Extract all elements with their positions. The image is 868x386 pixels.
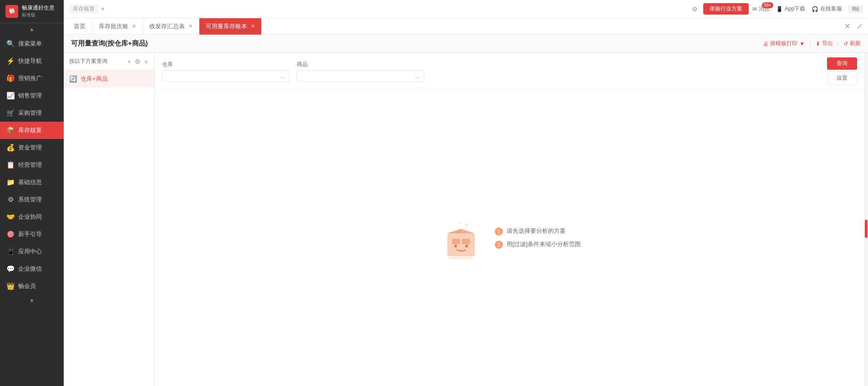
scheme-item-warehouse-goods[interactable]: 🔄 仓库+商品 [64,70,154,87]
tab-available[interactable]: 可用量库存账本 ✕ [199,18,262,35]
tab-summary-label: 收发存汇总表 [149,22,185,31]
shortcut-icon: ⚡ [6,57,15,65]
tab-summary-close-icon[interactable]: ✕ [188,23,193,29]
breadcrumb-arrow-icon: ▼ [100,6,106,12]
system-icon: ⚙ [6,196,15,204]
sidebar-item-guide[interactable]: 🎯 新手引导 [0,226,64,243]
message-badge: 99+ [762,2,773,8]
brand-text: 畅康通好生意 标准版 [22,5,55,18]
sidebar-item-member[interactable]: 👑 畅会员 [0,278,64,295]
query-button[interactable]: 查询 [827,57,857,70]
print-template-button[interactable]: 🖨 按模板打印 ▼ [763,40,805,47]
tab-available-close-icon[interactable]: ✕ [251,23,255,29]
sidebar-item-label: 企业微信 [18,265,42,273]
trial-industry-button[interactable]: 体验行业方案 [703,3,749,15]
member-icon: 👑 [6,282,15,290]
goods-label: 商品 [297,61,424,68]
sidebar-item-basic[interactable]: 📁 基础信息 [0,174,64,191]
settings-button[interactable]: 设置 [827,72,857,85]
goods-more-icon[interactable]: ... [411,71,424,81]
export-icon: ⬇ [816,41,820,47]
topbar-gear-icon[interactable]: ⚙ [690,5,700,14]
message-icon: ✉ [752,6,757,12]
app-download-button[interactable]: 📱 App下载 [776,5,805,13]
sidebar-item-operation[interactable]: 📋 经营管理 [0,156,64,174]
svg-point-5 [447,256,475,260]
tab-home[interactable]: 首页 [67,18,92,35]
operation-icon: 📋 [6,161,15,169]
sales-icon: 📈 [6,92,15,100]
wechat-icon: 💬 [6,265,15,273]
enterprise-icon: 🤝 [6,213,15,221]
empty-box-svg: ? ~ [438,215,484,261]
sidebar-item-label: 快捷导航 [18,57,42,65]
user-info[interactable]: Rit [848,5,863,13]
sidebar-item-shortcut[interactable]: ⚡ 快捷导航 [0,52,64,70]
sidebar-item-marketing[interactable]: 🎁 营销推广 [0,70,64,87]
sidebar-item-label: 畅会员 [18,282,36,290]
tip-num-2: 2 [495,241,503,249]
svg-point-4 [465,245,468,247]
sidebar-item-appstore[interactable]: 📱 应用中心 [0,243,64,260]
brand-area: 畅 畅康通好生意 标准版 [0,0,64,23]
left-panel: 按以下方案查询 + ⚙ « 🔄 仓库+商品 [64,53,155,386]
tip-text-1: 请先选择要分析的方案 [507,227,566,235]
refresh-button[interactable]: ↺ 刷新 [843,40,861,47]
right-scrollbar[interactable] [864,53,868,386]
sidebar-nav: ▲ 🔍 搜索菜单 ⚡ 快捷导航 🎁 营销推广 📈 销售管理 🛒 采购管理 📦 库… [0,23,64,386]
message-button[interactable]: ✉ 消息 99+ [752,5,770,13]
service-label: 在线客服 [820,5,842,13]
main-area: 库存核算 ▼ ⚙ 体验行业方案 ✉ 消息 99+ 📱 App下载 🎧 在线客服 … [64,0,868,386]
scheme-label: 仓库+商品 [81,75,108,83]
sidebar-item-search[interactable]: 🔍 搜索菜单 [0,35,64,52]
sidebar-item-label: 应用中心 [18,247,42,256]
svg-rect-1 [452,239,460,244]
scroll-down-icon[interactable]: ▼ [26,297,37,305]
scroll-up-icon[interactable]: ▲ [26,25,37,33]
breadcrumb-area: 库存核算 ▼ [69,4,686,14]
tabs-expand-icon[interactable]: ⤢ [855,22,864,31]
appstore-icon: 📱 [6,247,15,256]
tab-home-label: 首页 [74,22,86,31]
goods-input[interactable] [297,71,411,82]
query-actions: 查询 设置 [827,57,857,85]
svg-point-3 [454,245,457,247]
export-button[interactable]: ⬇ 导出 [816,40,833,47]
sidebar-item-system[interactable]: ⚙ 系统管理 [0,191,64,208]
topbar-right: ✉ 消息 99+ 📱 App下载 🎧 在线客服 Rit [752,5,863,13]
tab-batch[interactable]: 库存批次账 ✕ [92,18,143,35]
print-dropdown-icon: ▼ [799,41,805,47]
scrollbar-thumb [865,220,868,238]
sidebar-item-label: 基础信息 [18,178,42,186]
sidebar-item-purchase[interactable]: 🛒 采购管理 [0,104,64,122]
sidebar-item-finance[interactable]: 💰 资金管理 [0,139,64,156]
sidebar-item-sales[interactable]: 📈 销售管理 [0,87,64,104]
empty-illustration: ? ~ [438,215,484,261]
left-panel-header: 按以下方案查询 + ⚙ « [64,53,154,70]
tip-text-2: 用[过滤]条件来缩小分析范围 [507,240,581,248]
goods-input-wrap: ... [297,70,424,82]
action-separator-1: | [809,40,811,47]
sidebar-item-enterprise[interactable]: 🤝 企业协同 [0,208,64,226]
scheme-collapse-button[interactable]: « [143,58,149,65]
scheme-icon: 🔄 [69,75,77,82]
sidebar-item-label: 销售管理 [18,92,42,100]
sidebar-item-wechat[interactable]: 💬 企业微信 [0,260,64,278]
warehouse-input[interactable] [162,71,277,82]
online-service-button[interactable]: 🎧 在线客服 [812,5,842,13]
tab-batch-close-icon[interactable]: ✕ [132,23,136,29]
warehouse-input-wrap: ... [162,70,289,82]
tab-summary[interactable]: 收发存汇总表 ✕ [143,18,199,35]
warehouse-label: 仓库 [162,61,289,68]
scheme-settings-button[interactable]: ⚙ [134,58,142,65]
print-icon: 🖨 [763,41,768,47]
sidebar-item-label: 资金管理 [18,144,42,152]
warehouse-more-icon[interactable]: ... [277,71,289,81]
sidebar-item-label: 搜索菜单 [18,40,42,48]
sidebar-item-label: 企业协同 [18,213,42,221]
scheme-add-button[interactable]: + [127,58,132,65]
sidebar-item-label: 新手引导 [18,230,42,238]
sidebar-item-inventory[interactable]: 📦 库存核算 [0,122,64,139]
goods-field: 商品 ... [297,61,424,82]
tabs-close-all-icon[interactable]: ✕ [843,22,852,31]
